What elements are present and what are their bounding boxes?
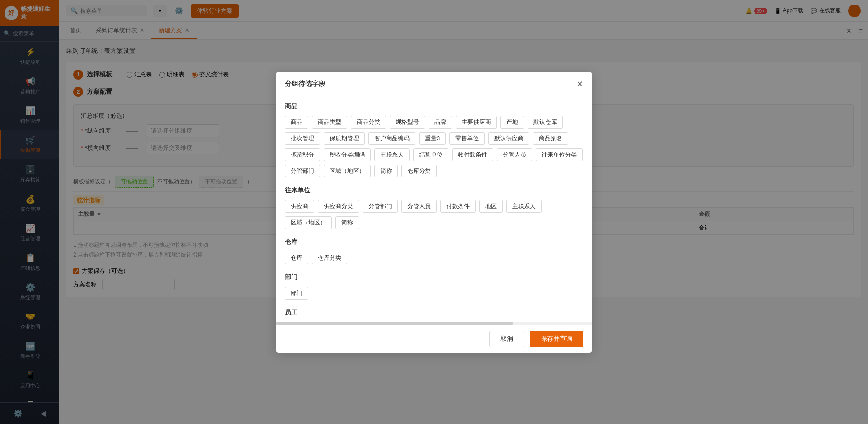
- field-chip-2-1[interactable]: 仓库分类: [312, 252, 347, 264]
- field-chip-0-0[interactable]: 商品: [285, 116, 308, 129]
- field-chip-0-8[interactable]: 批次管理: [285, 132, 320, 145]
- field-chip-0-12[interactable]: 零售单位: [449, 132, 485, 145]
- field-section-title-2: 仓库: [285, 238, 583, 246]
- field-chip-0-1[interactable]: 商品类型: [312, 116, 347, 129]
- field-chip-0-10[interactable]: 客户商品编码: [368, 132, 415, 145]
- field-chip-0-20[interactable]: 分管人员: [497, 148, 532, 161]
- field-chip-0-21[interactable]: 往来单位分类: [536, 148, 583, 161]
- field-chip-0-24[interactable]: 简称: [374, 165, 398, 177]
- field-chip-1-6[interactable]: 主联系人: [506, 200, 542, 213]
- field-chip-0-3[interactable]: 规格型号: [390, 116, 425, 129]
- field-chip-3-0[interactable]: 部门: [285, 287, 308, 300]
- field-chip-0-4[interactable]: 品牌: [429, 116, 452, 129]
- field-chips-1: 供应商供应商分类分管部门分管人员付款条件地区主联系人区域（地区）简称: [285, 200, 583, 229]
- cancel-button[interactable]: 取消: [489, 331, 524, 347]
- field-chip-1-8[interactable]: 简称: [335, 216, 359, 229]
- field-chip-0-19[interactable]: 收付款条件: [452, 148, 493, 161]
- field-chip-1-3[interactable]: 分管人员: [401, 200, 437, 213]
- field-section-title-0: 商品: [285, 102, 583, 110]
- field-chip-0-2[interactable]: 商品分类: [351, 116, 386, 129]
- field-chip-0-14[interactable]: 商品别名: [533, 132, 568, 145]
- field-chip-0-23[interactable]: 区域（地区）: [324, 165, 371, 177]
- field-chips-0: 商品商品类型商品分类规格型号品牌主要供应商产地默认仓库批次管理保质期管理客户商品…: [285, 116, 583, 177]
- field-chip-0-15[interactable]: 拣货积分: [285, 148, 320, 161]
- field-section-0: 商品商品商品类型商品分类规格型号品牌主要供应商产地默认仓库批次管理保质期管理客户…: [285, 102, 583, 177]
- horizontal-scrollbar[interactable]: [276, 322, 592, 324]
- field-chips-3: 部门: [285, 287, 583, 300]
- field-chip-0-16[interactable]: 税收分类编码: [324, 148, 371, 161]
- field-chip-0-11[interactable]: 重量3: [419, 132, 446, 145]
- field-chip-1-2[interactable]: 分管部门: [363, 200, 398, 213]
- field-chip-0-22[interactable]: 分管部门: [285, 165, 320, 177]
- field-section-3: 部门部门: [285, 273, 583, 300]
- field-chip-0-7[interactable]: 默认仓库: [528, 116, 563, 129]
- modal-header: 分组待选字段 ✕: [276, 72, 592, 95]
- field-chip-0-25[interactable]: 仓库分类: [401, 165, 437, 177]
- field-section-1: 往来单位供应商供应商分类分管部门分管人员付款条件地区主联系人区域（地区）简称: [285, 186, 583, 229]
- field-chip-0-18[interactable]: 结算单位: [413, 148, 448, 161]
- field-section-2: 仓库仓库仓库分类: [285, 238, 583, 264]
- modal-footer: 取消 保存并查询: [276, 325, 592, 353]
- field-section-title-1: 往来单位: [285, 186, 583, 195]
- field-chip-0-5[interactable]: 主要供应商: [456, 116, 497, 129]
- modal-body: 商品商品商品类型商品分类规格型号品牌主要供应商产地默认仓库批次管理保质期管理客户…: [276, 95, 592, 322]
- field-chip-0-17[interactable]: 主联系人: [374, 148, 410, 161]
- field-section-4: 员工业务员: [285, 309, 583, 322]
- horizontal-scrollbar-thumb[interactable]: [276, 322, 513, 324]
- field-section-title-3: 部门: [285, 273, 583, 281]
- field-chips-2: 仓库仓库分类: [285, 252, 583, 264]
- field-chip-1-0[interactable]: 供应商: [285, 200, 314, 213]
- field-chip-0-13[interactable]: 默认供应商: [488, 132, 529, 145]
- field-chip-0-6[interactable]: 产地: [500, 116, 524, 129]
- field-chip-1-5[interactable]: 地区: [479, 200, 503, 213]
- modal-close-btn[interactable]: ✕: [576, 79, 583, 89]
- confirm-button[interactable]: 保存并查询: [530, 331, 583, 347]
- modal-title: 分组待选字段: [285, 80, 326, 88]
- field-chip-1-7[interactable]: 区域（地区）: [285, 216, 332, 229]
- field-chip-1-1[interactable]: 供应商分类: [318, 200, 359, 213]
- field-chip-2-0[interactable]: 仓库: [285, 252, 308, 264]
- field-section-title-4: 员工: [285, 309, 583, 317]
- field-select-modal: 分组待选字段 ✕ 商品商品商品类型商品分类规格型号品牌主要供应商产地默认仓库批次…: [276, 72, 592, 353]
- field-chip-0-9[interactable]: 保质期管理: [324, 132, 365, 145]
- modal-footer-buttons: 取消 保存并查询: [489, 331, 583, 347]
- field-chip-1-4[interactable]: 付款条件: [440, 200, 476, 213]
